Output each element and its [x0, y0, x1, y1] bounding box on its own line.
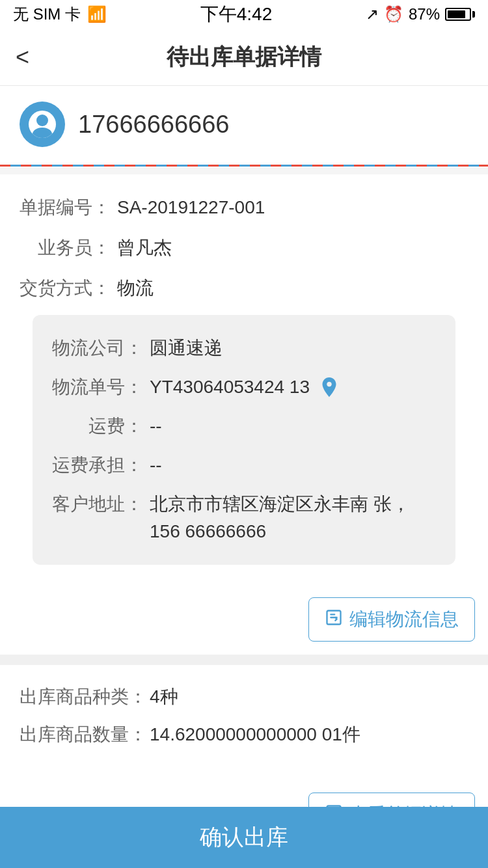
status-bar: 无 SIM 卡 📶 下午4:42 ↗ ⏰ 87% — [0, 0, 488, 29]
goods-quantity-value: 14.62000000000000 01件 — [150, 722, 360, 747]
status-left: 无 SIM 卡 📶 — [13, 4, 107, 25]
battery-percent: 87% — [409, 5, 440, 23]
goods-section: 出库商品种类： 4种 出库商品数量： 14.62000000000000 01件 — [0, 665, 488, 780]
page-title: 待出库单据详情 — [167, 42, 321, 72]
freight-bear-value: -- — [150, 452, 436, 479]
freight-bear-label: 运费承担： — [52, 452, 143, 479]
logistics-company-row: 物流公司： 圆通速递 — [52, 334, 436, 362]
logistics-tracking-row: 物流单号： YT43064053424 13 — [52, 373, 436, 401]
section-separator — [0, 655, 488, 665]
page-content: 17666666666 单据编号： SA-20191227-001 业务员： 曾… — [0, 86, 488, 868]
goods-types-label: 出库商品种类： — [20, 685, 150, 709]
salesman-value: 曾凡杰 — [117, 234, 468, 262]
customer-section: 17666666666 — [0, 86, 488, 163]
order-info-section: 单据编号： SA-20191227-001 业务员： 曾凡杰 交货方式： 物流 … — [0, 174, 488, 584]
goods-quantity-row: 出库商品数量： 14.62000000000000 01件 — [20, 722, 468, 747]
address-row: 客户地址： 北京市市辖区海淀区永丰南 张，156 66666666 — [52, 491, 436, 545]
edit-logistics-button[interactable]: 编辑物流信息 — [308, 597, 475, 642]
goods-types-row: 出库商品种类： 4种 — [20, 685, 468, 709]
goods-quantity-label: 出库商品数量： — [20, 722, 150, 747]
salesman-label: 业务员： — [20, 234, 111, 262]
edit-btn-wrap: 编辑物流信息 — [0, 584, 488, 655]
order-number-value: SA-20191227-001 — [117, 194, 468, 221]
order-number-row: 单据编号： SA-20191227-001 — [20, 194, 468, 221]
edit-logistics-label: 编辑物流信息 — [349, 607, 459, 632]
wifi-icon: 📶 — [87, 5, 107, 23]
status-time: 下午4:42 — [200, 2, 273, 27]
confirm-btn-wrap: 确认出库 — [0, 807, 488, 868]
status-right: ↗ ⏰ 87% — [366, 5, 475, 23]
freight-value: -- — [150, 413, 436, 440]
logistics-tracking-value: YT43064053424 13 — [150, 373, 436, 401]
dashed-divider — [0, 163, 488, 168]
logistics-tracking-label: 物流单号： — [52, 373, 143, 401]
user-icon — [29, 111, 56, 138]
map-pin-icon[interactable] — [318, 375, 341, 399]
logistics-card: 物流公司： 圆通速递 物流单号： YT43064053424 13 运费： --… — [33, 315, 455, 565]
order-number-label: 单据编号： — [20, 194, 111, 221]
freight-bear-row: 运费承担： -- — [52, 452, 436, 479]
edit-icon — [325, 608, 343, 631]
goods-types-value: 4种 — [150, 685, 178, 709]
logistics-company-value: 圆通速递 — [150, 334, 436, 362]
battery-icon — [445, 8, 475, 21]
customer-phone: 17666666666 — [78, 111, 229, 139]
carrier-text: 无 SIM 卡 — [13, 4, 81, 25]
location-arrow-icon: ↗ — [366, 5, 379, 23]
salesman-row: 业务员： 曾凡杰 — [20, 234, 468, 262]
tracking-number: YT43064053424 13 — [150, 373, 310, 401]
logistics-company-label: 物流公司： — [52, 334, 143, 362]
freight-label: 运费： — [52, 413, 143, 440]
delivery-value: 物流 — [117, 275, 468, 302]
address-label: 客户地址： — [52, 491, 143, 518]
avatar — [20, 102, 65, 147]
back-button[interactable]: < — [16, 44, 29, 71]
delivery-label: 交货方式： — [20, 275, 111, 302]
delivery-row: 交货方式： 物流 — [20, 275, 468, 302]
freight-row: 运费： -- — [52, 413, 436, 440]
nav-bar: < 待出库单据详情 — [0, 29, 488, 86]
address-value: 北京市市辖区海淀区永丰南 张，156 66666666 — [150, 491, 436, 545]
alarm-icon: ⏰ — [384, 5, 403, 23]
confirm-outbound-button[interactable]: 确认出库 — [0, 822, 488, 852]
